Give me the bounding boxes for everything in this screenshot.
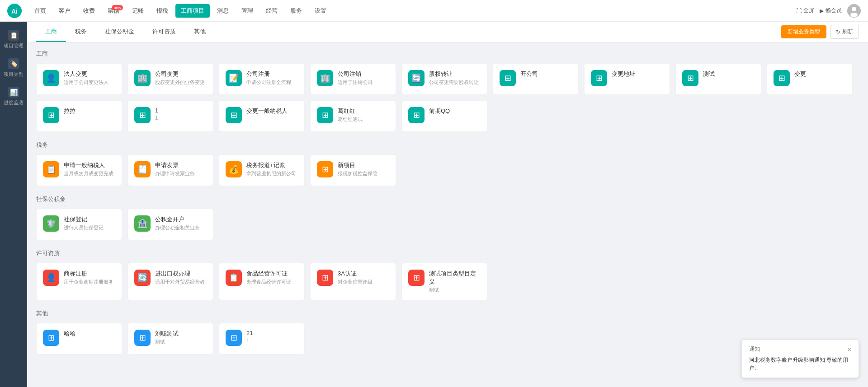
card-desc-0-4: 公司变更需要股权转让 [429,79,481,86]
nav-item-设置[interactable]: 设置 [309,4,332,18]
refresh-button[interactable]: ↻ 刷新 [830,25,859,39]
card-name-0-3: 公司注销 [338,70,389,78]
card-text-0-12: 葛红红葛红红测试 [338,107,389,123]
card-text-1-2: 税务报道+记账拿到营业执照的新公司 [246,161,298,177]
sidebar-item-0[interactable]: 📋项目管理 [0,25,27,54]
tab-其他[interactable]: 其他 [185,22,215,42]
card-text-0-10: 11 [155,107,207,121]
cards-grid-2: 🛡️社保登记进行人员社保登记🏦公积金开户办理公积金相关业务 [36,209,859,240]
card-3-0[interactable]: 👤商标注册用于企业商标注册服务 [36,263,122,300]
card-1-3[interactable]: ⊞新项目报税加税控盘保管 [310,154,396,186]
card-0-5[interactable]: ⊞开公司 [493,63,579,95]
card-0-8[interactable]: ⊞变更 [767,63,853,95]
card-text-0-1: 公司变更股权变更外的业务变更 [155,70,207,86]
nav-item-服务[interactable]: 服务 [285,4,307,18]
card-3-1[interactable]: 🔄进出口权办理适用于对外贸易经营者 [127,263,213,300]
card-icon-4-0: ⊞ [43,330,59,346]
content-area: 工商税务社保公积金许可资质其他 新增业务类型 ↻ 刷新 工商👤法人变更适用于公司… [27,22,868,387]
nav-item-经营[interactable]: 经营 [260,4,283,18]
card-0-11[interactable]: ⊞变更一般纳税人 [219,100,305,132]
nav-item-消息[interactable]: 消息 [212,4,234,18]
tab-许可资质[interactable]: 许可资质 [143,22,185,42]
card-name-0-2: 公司注册 [246,70,298,78]
nav-right: ⛶ 全屏 ▶ 畅会员 [796,4,861,18]
card-1-2[interactable]: 💰税务报道+记账拿到营业执照的新公司 [219,154,305,186]
fullscreen-btn[interactable]: ⛶ 全屏 [796,7,814,14]
card-desc-3-3: 对企业信誉评级 [338,279,389,285]
nav-item-收费[interactable]: 收费 [78,4,100,18]
card-icon-0-5: ⊞ [500,70,516,86]
card-name-3-2: 食品经营许可证 [246,270,298,278]
nav-badge: new [112,5,123,10]
nav-item-记账[interactable]: 记账 [127,4,149,18]
card-name-0-5: 开公司 [520,70,572,78]
notif-content: 河北税务数字账户升级影响通知 尊敬的用户: [749,356,851,372]
card-0-13[interactable]: ⊞前期QQ [401,100,487,132]
card-text-0-9: 拉拉 [64,107,115,116]
card-icon-1-2: 💰 [226,161,242,177]
card-3-3[interactable]: ⊞3A认证对企业信誉评级 [310,263,396,300]
card-4-1[interactable]: ⊞刘聪测试测试 [127,323,213,354]
nav-item-票据[interactable]: 票据new [102,4,125,18]
card-name-1-3: 新项目 [338,161,389,169]
nav-item-报税[interactable]: 报税 [151,4,174,18]
card-icon-0-1: 🏢 [134,70,151,86]
card-0-0[interactable]: 👤法人变更适用于公司变更法人 [36,63,122,95]
card-name-0-11: 变更一般纳税人 [246,107,298,115]
card-icon-0-0: 👤 [43,70,59,86]
card-3-2[interactable]: 📋食品经营许可证办理食品经营许可证 [219,263,305,300]
card-desc-1-3: 报税加税控盘保管 [338,170,389,177]
card-text-0-6: 变更地址 [612,70,663,79]
card-desc-3-0: 用于企业商标注册服务 [64,279,115,285]
card-0-2[interactable]: 📝公司注册申请公司注册全流程 [219,63,305,95]
member-btn[interactable]: ▶ 畅会员 [820,7,842,14]
cards-grid-1: 📋申请一般纳税人当月或次月成变更完成🧾申请发票办理申请发票业务💰税务报道+记账拿… [36,154,859,186]
card-name-3-4: 测试项目类型目定义 [429,270,481,286]
nav-items: 首页客户收费票据new记账报税工商项目消息管理经营服务设置 [29,4,796,18]
card-name-4-2: 21 [246,330,298,336]
card-0-3[interactable]: 🏢公司注销适用于注销公司 [310,63,396,95]
card-2-1[interactable]: 🏦公积金开户办理公积金相关业务 [127,209,213,240]
nav-item-客户[interactable]: 客户 [53,4,76,18]
nav-item-工商项目[interactable]: 工商项目 [175,4,210,18]
card-0-4[interactable]: 🔄股权转让公司变更需要股权转让 [401,63,487,95]
card-desc-0-1: 股权变更外的业务变更 [155,79,207,86]
card-1-1[interactable]: 🧾申请发票办理申请发票业务 [127,154,213,186]
card-0-9[interactable]: ⊞拉拉 [36,100,122,132]
card-icon-0-11: ⊞ [226,107,242,123]
card-1-0[interactable]: 📋申请一般纳税人当月或次月成变更完成 [36,154,122,186]
card-0-6[interactable]: ⊞变更地址 [584,63,670,95]
card-desc-0-2: 申请公司注册全流程 [246,79,298,86]
card-text-0-8: 变更 [794,70,846,79]
top-nav: Ai 首页客户收费票据new记账报税工商项目消息管理经营服务设置 ⛶ 全屏 ▶ … [0,0,868,22]
notif-close-button[interactable]: × [848,346,851,353]
card-desc-4-1: 测试 [155,339,207,345]
sidebar-item-2[interactable]: 📊进度监测 [0,82,27,111]
tab-税务[interactable]: 税务 [66,22,96,42]
card-4-2[interactable]: ⊞211 [219,323,305,354]
new-type-button[interactable]: 新增业务类型 [781,25,826,38]
card-0-10[interactable]: ⊞11 [127,100,213,132]
card-0-1[interactable]: 🏢公司变更股权变更外的业务变更 [127,63,213,95]
card-2-0[interactable]: 🛡️社保登记进行人员社保登记 [36,209,122,240]
card-0-7[interactable]: ⊞测试 [675,63,761,95]
logo-icon[interactable]: Ai [7,4,22,18]
card-0-12[interactable]: ⊞葛红红葛红红测试 [310,100,396,132]
card-text-4-1: 刘聪测试测试 [155,330,207,345]
nav-item-首页[interactable]: 首页 [29,4,52,18]
avatar[interactable] [847,4,861,18]
card-3-4[interactable]: ⊞测试项目类型目定义测试 [401,263,487,300]
card-text-1-3: 新项目报税加税控盘保管 [338,161,389,177]
section-title-2: 社保公积金 [36,195,859,203]
section-title-4: 其他 [36,309,859,317]
sidebar-item-1[interactable]: 🏷️项目类型 [0,54,27,82]
section-许可资质: 许可资质👤商标注册用于企业商标注册服务🔄进出口权办理适用于对外贸易经营者📋食品经… [36,249,859,300]
card-icon-0-7: ⊞ [682,70,698,86]
card-4-0[interactable]: ⊞哈哈 [36,323,122,354]
tab-社保公积金[interactable]: 社保公积金 [96,22,143,42]
nav-item-管理[interactable]: 管理 [236,4,259,18]
card-text-0-5: 开公司 [520,70,572,79]
tab-工商[interactable]: 工商 [36,22,66,42]
card-desc-0-3: 适用于注销公司 [338,79,389,86]
card-icon-0-12: ⊞ [317,107,333,123]
